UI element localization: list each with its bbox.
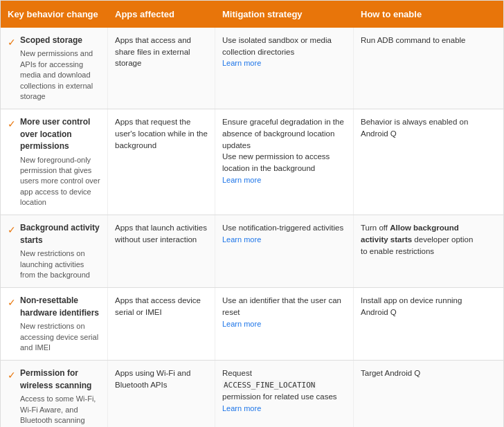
table-row: ✓ Non-resettable hardware identifiers Ne… xyxy=(1,288,503,361)
how-to-enable-cell: Target Android Q xyxy=(354,361,489,427)
how-to-enable-cell: Install app on device running Android Q xyxy=(354,288,489,360)
apps-affected-cell: Apps that request the user's location wh… xyxy=(108,109,215,215)
key-behavior-cell: ✓ Permission for wireless scanning Acces… xyxy=(1,361,108,427)
mitigation-code: ACCESS_FINE_LOCATION xyxy=(222,380,316,390)
header-mitigation: Mitigation strategy xyxy=(215,6,354,22)
mitigation-text: Ensure graceful degradation in the absen… xyxy=(222,118,344,172)
table-row: ✓ More user control over location permis… xyxy=(1,109,503,215)
behavior-changes-table: Key behavior change Apps affected Mitiga… xyxy=(0,0,504,427)
how-to-enable-cell: Run ADB command to enable xyxy=(354,28,489,109)
check-icon: ✓ xyxy=(8,117,16,131)
how-to-enable-cell: Turn off Allow background activity start… xyxy=(354,215,489,287)
row-title: Background activity starts xyxy=(20,222,100,246)
key-behavior-cell: ✓ More user control over location permis… xyxy=(1,109,108,215)
mitigation-cell: Request ACCESS_FINE_LOCATION permission … xyxy=(215,361,354,427)
key-behavior-cell: ✓ Non-resettable hardware identifiers Ne… xyxy=(1,288,108,360)
mitigation-cell: Ensure graceful degradation in the absen… xyxy=(215,109,354,215)
check-icon: ✓ xyxy=(8,368,16,382)
apps-affected-cell: Apps that access and share files in exte… xyxy=(108,28,215,109)
check-icon: ✓ xyxy=(8,35,16,49)
mitigation-cell: Use isolated sandbox or media collection… xyxy=(215,28,354,109)
table-row: ✓ Permission for wireless scanning Acces… xyxy=(1,361,503,427)
mitigation-text: Use an identifier that the user can rese… xyxy=(222,296,341,316)
row-title: Non-resettable hardware identifiers xyxy=(20,295,100,319)
learn-more-link[interactable]: Learn more xyxy=(222,320,261,328)
row-title: Scoped storage xyxy=(20,35,100,46)
row-description: New permissions and APIs for accessing m… xyxy=(20,48,100,102)
key-behavior-cell: ✓ Background activity starts New restric… xyxy=(1,215,108,287)
header-how-to-enable: How to enable xyxy=(354,6,489,22)
row-title: Permission for wireless scanning xyxy=(20,367,100,392)
header-apps-affected: Apps affected xyxy=(108,6,215,22)
row-description: New restrictions on launching activities… xyxy=(20,248,100,280)
mitigation-suffix: permission for related use cases xyxy=(222,392,337,401)
mitigation-text: Use isolated sandbox or media collection… xyxy=(222,36,332,56)
learn-more-link[interactable]: Learn more xyxy=(222,176,261,184)
table-header: Key behavior change Apps affected Mitiga… xyxy=(1,1,503,28)
check-icon: ✓ xyxy=(8,296,16,309)
mitigation-cell: Use notification-triggered activities Le… xyxy=(215,215,354,287)
mitigation-prefix: Request xyxy=(222,369,252,377)
mitigation-text: Use notification-triggered activities xyxy=(222,224,343,232)
header-key-behavior: Key behavior change xyxy=(1,6,108,22)
check-icon: ✓ xyxy=(8,223,16,237)
apps-affected-cell: Apps that access device serial or IMEI xyxy=(108,288,215,360)
how-to-enable-cell: Behavior is always enabled on Android Q xyxy=(354,109,489,215)
apps-affected-cell: Apps that launch activities without user… xyxy=(108,215,215,287)
row-description: Access to some Wi-Fi, Wi-Fi Aware, and B… xyxy=(20,394,100,427)
learn-more-link[interactable]: Learn more xyxy=(222,404,261,412)
how-to-enable-prefix: Turn off xyxy=(361,224,390,232)
apps-affected-cell: Apps using Wi-Fi and Bluetooth APIs xyxy=(108,361,215,427)
learn-more-link[interactable]: Learn more xyxy=(222,235,261,244)
mitigation-cell: Use an identifier that the user can rese… xyxy=(215,288,354,360)
key-behavior-cell: ✓ Scoped storage New permissions and API… xyxy=(1,28,108,109)
learn-more-link[interactable]: Learn more xyxy=(222,59,261,67)
row-title: More user control over location permissi… xyxy=(20,116,100,152)
table-row: ✓ Scoped storage New permissions and API… xyxy=(1,28,503,109)
row-description: New restrictions on accessing device ser… xyxy=(20,321,100,353)
table-row: ✓ Background activity starts New restric… xyxy=(1,215,503,288)
row-description: New foreground-only permission that give… xyxy=(20,155,100,208)
